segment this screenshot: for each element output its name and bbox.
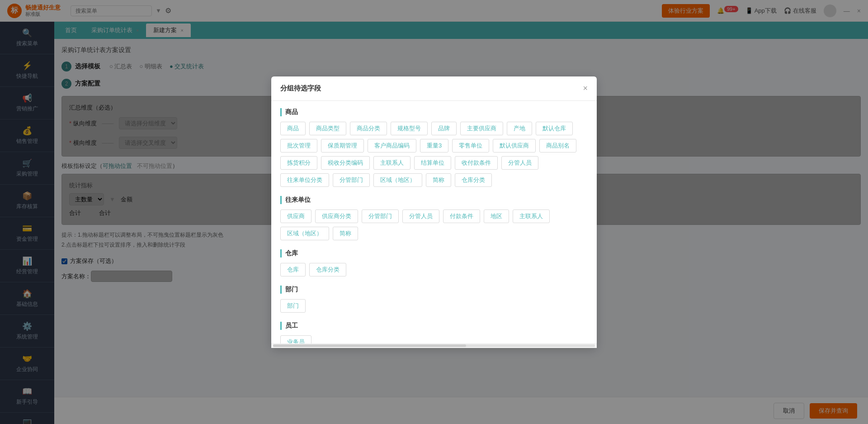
- field-tag-0-24[interactable]: 简称: [426, 173, 451, 187]
- modal-title: 分组待选字段: [280, 84, 321, 93]
- field-tag-2-1[interactable]: 仓库分类: [309, 263, 346, 276]
- field-tag-0-9[interactable]: 保质期管理: [321, 139, 364, 152]
- field-tag-0-14[interactable]: 商品别名: [539, 139, 576, 152]
- field-tag-1-0[interactable]: 供应商: [280, 210, 311, 223]
- modal-header: 分组待选字段 ×: [271, 76, 597, 101]
- field-tag-0-3[interactable]: 规格型号: [391, 122, 428, 135]
- field-tag-0-8[interactable]: 批次管理: [280, 139, 317, 152]
- field-tag-0-2[interactable]: 商品分类: [350, 122, 387, 135]
- hscroll-thumb: [273, 344, 466, 347]
- field-tag-0-20[interactable]: 分管人员: [501, 156, 538, 170]
- field-tag-0-23[interactable]: 区域（地区）: [373, 173, 422, 187]
- field-grid-4: 业务员: [280, 335, 588, 343]
- section-title-3: 部门: [280, 286, 588, 294]
- field-tag-0-19[interactable]: 收付款条件: [455, 156, 498, 170]
- field-section-0: 商品商品商品类型商品分类规格型号品牌主要供应商产地默认仓库批次管理保质期管理客户…: [280, 108, 588, 187]
- field-tag-0-11[interactable]: 重量3: [420, 139, 448, 152]
- field-tag-2-0[interactable]: 仓库: [280, 263, 306, 276]
- field-select-modal: 分组待选字段 × 商品商品商品类型商品分类规格型号品牌主要供应商产地默认仓库批次…: [271, 76, 597, 348]
- field-grid-1: 供应商供应商分类分管部门分管人员付款条件地区主联系人区域（地区）简称: [280, 210, 588, 240]
- field-tag-0-5[interactable]: 主要供应商: [460, 122, 503, 135]
- field-tag-4-0[interactable]: 业务员: [280, 335, 311, 343]
- field-grid-2: 仓库仓库分类: [280, 263, 588, 276]
- field-tag-0-21[interactable]: 往来单位分类: [280, 173, 329, 187]
- field-tag-0-17[interactable]: 主联系人: [373, 156, 410, 170]
- section-title-0: 商品: [280, 108, 588, 116]
- field-tag-0-25[interactable]: 仓库分类: [455, 173, 492, 187]
- section-title-4: 员工: [280, 322, 588, 330]
- field-tag-3-0[interactable]: 部门: [280, 299, 306, 313]
- field-section-3: 部门部门: [280, 286, 588, 313]
- field-tag-1-3[interactable]: 分管人员: [402, 210, 439, 223]
- field-tag-0-10[interactable]: 客户商品编码: [368, 139, 416, 152]
- field-tag-1-5[interactable]: 地区: [484, 210, 509, 223]
- field-section-2: 仓库仓库仓库分类: [280, 249, 588, 276]
- field-tag-0-7[interactable]: 默认仓库: [536, 122, 573, 135]
- field-tag-1-7[interactable]: 区域（地区）: [280, 227, 329, 240]
- field-tag-1-8[interactable]: 简称: [333, 227, 358, 240]
- field-tag-0-12[interactable]: 零售单位: [452, 139, 489, 152]
- field-tag-0-18[interactable]: 结算单位: [414, 156, 451, 170]
- field-tag-0-0[interactable]: 商品: [280, 122, 306, 135]
- field-grid-3: 部门: [280, 299, 588, 313]
- field-tag-1-6[interactable]: 主联系人: [513, 210, 550, 223]
- hscroll-track: [273, 344, 595, 347]
- section-title-2: 仓库: [280, 249, 588, 257]
- field-tag-0-16[interactable]: 税收分类编码: [321, 156, 370, 170]
- modal-body[interactable]: 商品商品商品类型商品分类规格型号品牌主要供应商产地默认仓库批次管理保质期管理客户…: [271, 101, 597, 343]
- modal-hscroll[interactable]: [271, 343, 597, 348]
- field-grid-0: 商品商品类型商品分类规格型号品牌主要供应商产地默认仓库批次管理保质期管理客户商品…: [280, 122, 588, 187]
- field-tag-0-1[interactable]: 商品类型: [309, 122, 346, 135]
- field-tag-1-1[interactable]: 供应商分类: [315, 210, 358, 223]
- field-tag-0-15[interactable]: 拣货积分: [280, 156, 317, 170]
- modal-overlay: 分组待选字段 × 商品商品商品类型商品分类规格型号品牌主要供应商产地默认仓库批次…: [0, 0, 868, 424]
- field-tag-0-4[interactable]: 品牌: [431, 122, 457, 135]
- field-tag-0-13[interactable]: 默认供应商: [493, 139, 536, 152]
- field-tag-0-6[interactable]: 产地: [507, 122, 532, 135]
- field-section-1: 往来单位供应商供应商分类分管部门分管人员付款条件地区主联系人区域（地区）简称: [280, 196, 588, 240]
- field-tag-0-22[interactable]: 分管部门: [333, 173, 370, 187]
- field-section-4: 员工业务员: [280, 322, 588, 343]
- field-tag-1-2[interactable]: 分管部门: [362, 210, 399, 223]
- field-tag-1-4[interactable]: 付款条件: [443, 210, 480, 223]
- modal-close-btn[interactable]: ×: [583, 84, 588, 93]
- section-title-1: 往来单位: [280, 196, 588, 204]
